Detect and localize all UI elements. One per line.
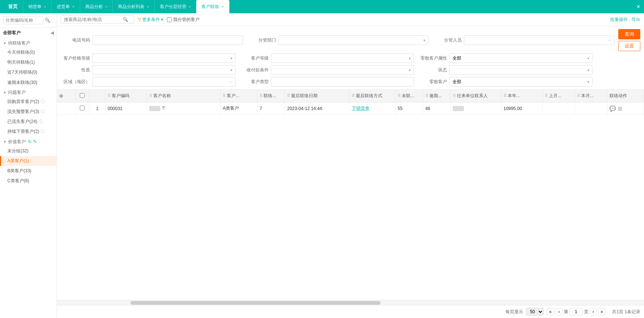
customer-type-select[interactable] xyxy=(271,77,414,86)
batch-op-button[interactable]: 批量操作 xyxy=(610,17,628,23)
nav-tab-customer-contact[interactable]: 客户联络 × xyxy=(196,0,229,13)
chevron-down-icon: ▾ xyxy=(230,56,232,60)
close-icon[interactable]: × xyxy=(221,4,223,9)
sort-icon[interactable]: ⠿ xyxy=(577,93,580,98)
dots-icon: ··· xyxy=(608,38,611,43)
all-customers-header[interactable]: 全部客户 ◀ xyxy=(0,28,57,38)
col-settings[interactable]: ⚙ xyxy=(57,90,75,102)
sidebar-item-today[interactable]: 今天待联络(0) xyxy=(0,47,57,57)
manager-select[interactable]: ··· xyxy=(464,35,615,45)
edit-icon[interactable]: ✎ xyxy=(33,139,37,144)
collapse-icon[interactable]: ◀ xyxy=(51,31,54,35)
sidebar-item-class-b[interactable]: B类客户(33) xyxy=(0,166,57,176)
grid-action-icon[interactable]: ⊞ xyxy=(618,106,622,112)
scroll-thumb[interactable] xyxy=(130,301,380,305)
retail-attr-select[interactable]: 全部 ▾ xyxy=(449,53,593,63)
nav-tab-customer-tier[interactable]: 客户分层经营 × xyxy=(155,0,196,13)
retail-customer-select[interactable]: 全部 ▾ xyxy=(449,77,593,86)
message-icon[interactable]: 💬 xyxy=(609,106,616,112)
cell-no-contact: 55 xyxy=(395,102,423,115)
sort-icon[interactable]: ⠿ xyxy=(352,93,355,98)
nature-select[interactable]: ▾ xyxy=(92,65,236,75)
sidebar: 🔍 全部客户 ◀ ▼ 待联络客户 今天待联络(0) 明天待联络(1) 近7天待联… xyxy=(0,13,57,318)
close-icon[interactable]: × xyxy=(44,4,46,9)
main-layout: 🔍 全部客户 ◀ ▼ 待联络客户 今天待联络(0) 明天待联络(1) 近7天待联… xyxy=(0,13,644,318)
settings-button[interactable]: 设置 xyxy=(618,41,640,51)
query-button[interactable]: 查询 xyxy=(618,29,640,39)
close-icon[interactable]: × xyxy=(105,4,107,9)
sort-icon[interactable]: ⠿ xyxy=(260,93,262,98)
refresh-icon[interactable]: ↻ xyxy=(28,139,32,144)
region-select[interactable]: ··· xyxy=(92,77,236,86)
last-method-link[interactable]: 下销货单 xyxy=(352,106,369,111)
row-checkbox[interactable] xyxy=(80,106,85,110)
page-input[interactable] xyxy=(570,308,583,315)
nav-tab-home[interactable]: 首页 xyxy=(3,0,23,13)
nav-tab-product-analysis[interactable]: 商品分析 × xyxy=(80,0,113,13)
search-icon[interactable]: 🔍 xyxy=(45,18,50,23)
sidebar-item-churned[interactable]: 已流失客户(24) ⓘ xyxy=(0,117,57,127)
sidebar-item-repurchase-abnormal[interactable]: 回购异常客户(2) ⓘ xyxy=(0,97,57,107)
customer-level-select[interactable]: ▾ xyxy=(271,53,414,63)
settings-icon[interactable]: ⚙ xyxy=(59,93,63,99)
close-all-button[interactable]: × xyxy=(636,3,640,11)
chevron-down-icon: ▾ xyxy=(587,80,589,84)
next-page-button[interactable]: › xyxy=(590,308,597,315)
sort-icon[interactable]: ⠿ xyxy=(425,93,428,98)
cell-checkbox[interactable] xyxy=(75,102,89,115)
sidebar-item-unclassified[interactable]: 未分组(32) xyxy=(0,146,57,156)
per-page-select[interactable]: 50 xyxy=(526,308,544,316)
close-icon[interactable]: × xyxy=(147,4,149,9)
status-select[interactable]: ▾ xyxy=(449,65,593,75)
sort-icon[interactable]: ⠿ xyxy=(545,93,548,98)
data-table-container: ⚙ ⠿客户编码 ⠿客户名称 ⠿客户... xyxy=(57,90,644,300)
sort-icon[interactable]: ⠿ xyxy=(149,93,152,98)
col-last-method: ⠿最后联络方式 xyxy=(349,90,395,102)
col-checkbox[interactable] xyxy=(75,90,89,102)
sidebar-item-class-c[interactable]: C类客户(6) xyxy=(0,176,57,186)
sidebar-group-value[interactable]: ▼ 价值客户 ↻ ✎ xyxy=(0,137,57,146)
payment-select[interactable]: ▾ xyxy=(271,65,414,75)
col-last-date: ⠿最后联络日期 xyxy=(285,90,349,102)
name-text[interactable]: ? xyxy=(162,106,165,111)
chevron-down-icon: ▾ xyxy=(423,38,425,42)
export-button[interactable]: 导出 xyxy=(632,17,640,23)
main-search-input[interactable] xyxy=(64,17,123,22)
sidebar-item-class-a[interactable]: A类客户(1) xyxy=(0,156,57,166)
nav-tab-purchase[interactable]: 进货单 × xyxy=(51,0,80,13)
more-conditions-button[interactable]: ▽ 更多条件 ▾ xyxy=(138,17,163,23)
filter-row-4: 区域（地区） ··· 客户类型 零散客户 全部 ▾ xyxy=(61,77,640,86)
dept-select[interactable]: ▾ xyxy=(278,35,429,45)
sidebar-search-input[interactable] xyxy=(3,16,43,24)
sidebar-item-overdue[interactable]: 逾期未联络(30) xyxy=(0,78,57,88)
sort-icon[interactable]: ⠿ xyxy=(504,93,507,98)
sidebar-group-problem[interactable]: ▼ 问题客户 xyxy=(0,88,57,97)
my-customer-filter[interactable]: 我分管的客户 xyxy=(167,17,200,23)
last-page-button[interactable]: » xyxy=(598,308,606,315)
prev-page-button[interactable]: ‹ xyxy=(556,308,562,315)
search-icon[interactable]: 🔍 xyxy=(123,17,128,22)
sort-icon[interactable]: ⠿ xyxy=(453,93,456,98)
sidebar-item-tomorrow[interactable]: 明天待联络(1) xyxy=(0,57,57,67)
sidebar-group-pending[interactable]: ▼ 待联络客户 xyxy=(0,38,57,47)
horizontal-scrollbar[interactable] xyxy=(57,300,644,305)
price-level-select[interactable]: ▾ xyxy=(92,53,236,63)
select-all-checkbox[interactable] xyxy=(80,93,85,98)
sidebar-item-churn-warning[interactable]: 流失预警客户(3) ⓘ xyxy=(0,107,57,117)
nav-tab-sales[interactable]: 销货单 × xyxy=(23,0,51,13)
cell-last-date: 2023-04-12 14:44: xyxy=(285,102,349,115)
sort-icon[interactable]: ⠿ xyxy=(108,93,111,98)
sidebar-item-declining[interactable]: 持续下滑客户(2) ⓘ xyxy=(0,127,57,137)
sidebar-item-7days[interactable]: 近7天待联络(0) xyxy=(0,67,57,77)
sort-icon[interactable]: ⠿ xyxy=(287,93,290,98)
sort-icon[interactable]: ⠿ xyxy=(223,93,226,98)
close-icon[interactable]: × xyxy=(189,4,191,9)
my-customer-checkbox[interactable] xyxy=(167,17,172,22)
first-page-button[interactable]: « xyxy=(547,308,554,315)
phone-input[interactable] xyxy=(92,35,243,45)
sort-icon[interactable]: ⠿ xyxy=(398,93,401,98)
nav-tab-product-list[interactable]: 商品分析列表 × xyxy=(113,0,154,13)
cell-current-year: 10995.00 xyxy=(501,102,543,115)
cell-last-method[interactable]: 下销货单 xyxy=(349,102,395,115)
close-icon[interactable]: × xyxy=(72,4,74,9)
